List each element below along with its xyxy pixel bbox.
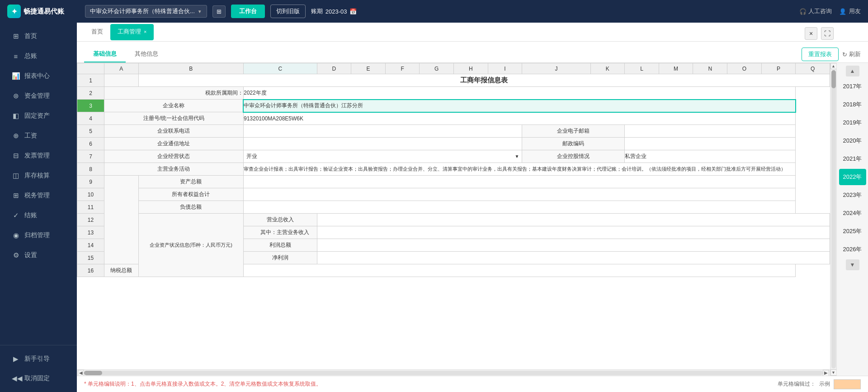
scroll-up-arrow[interactable]: ▲ xyxy=(830,63,837,69)
scroll-left-arrow[interactable]: ◀ xyxy=(78,370,84,376)
year-item-2025[interactable]: 2025年 xyxy=(839,223,866,239)
cell-12b[interactable]: 营业总收入 xyxy=(243,214,317,226)
sidebar-pin-button[interactable]: ◀◀ 取消固定 xyxy=(3,369,74,388)
cell-5j[interactable]: 企业电子邮箱 xyxy=(522,125,625,138)
sidebar-item-capital[interactable]: ⊛ 资金管理 xyxy=(3,86,74,105)
cell-3c[interactable]: 中审众环会计师事务所（特殊普通合伙）江苏分所 xyxy=(243,100,795,112)
sidebar-item-archive[interactable]: ◉ 归档管理 xyxy=(3,226,74,245)
refresh-button[interactable]: ↻ 刷新 xyxy=(842,50,861,58)
cell-6c[interactable] xyxy=(243,138,522,150)
cell-4a[interactable]: 注册号/统一社会信用代码 xyxy=(104,112,244,125)
cell-6a[interactable]: 企业通信地址 xyxy=(104,138,244,150)
table-scroll[interactable]: A B C D E F G H I J xyxy=(77,63,830,369)
year-item-2022[interactable]: 2022年 xyxy=(839,169,866,185)
sidebar-item-settings[interactable]: ⚙ 设置 xyxy=(3,246,74,265)
cell-4c[interactable]: 91320100MA208E5W6K xyxy=(243,112,795,125)
calendar-icon[interactable]: 📅 xyxy=(349,8,357,15)
panel-down-arrow[interactable]: ▼ xyxy=(846,259,859,270)
cell-9a[interactable] xyxy=(104,176,139,264)
sidebar-item-inventory[interactable]: ◫ 库存核算 xyxy=(3,166,74,185)
cell-5c[interactable] xyxy=(243,125,522,138)
hscroll-thumb[interactable] xyxy=(84,371,102,375)
old-version-button[interactable]: 切到旧版 xyxy=(270,5,306,18)
cell-9b[interactable]: 资产总额 xyxy=(138,176,243,188)
cell-6j[interactable]: 邮政编码 xyxy=(522,138,625,150)
sub-tab-basic[interactable]: 基础信息 xyxy=(84,46,126,62)
tab-home[interactable]: 首页 xyxy=(84,24,110,40)
sub-tab-other[interactable]: 其他信息 xyxy=(126,46,167,62)
sidebar-item-home[interactable]: ⊞ 首页 xyxy=(3,27,74,46)
year-item-2026[interactable]: 2026年 xyxy=(839,241,866,258)
service-button[interactable]: 🎧 人工咨询 xyxy=(799,7,832,15)
sidebar-item-tax[interactable]: ⊞ 税务管理 xyxy=(3,186,74,205)
sidebar-item-new-guide[interactable]: ▶ 新手引导 xyxy=(3,349,74,368)
cell-8a[interactable]: 主营业务活动 xyxy=(104,163,244,176)
cell-11b[interactable]: 负债总额 xyxy=(138,201,243,214)
cell-7j[interactable]: 企业控股情况 xyxy=(522,150,625,163)
company-settings-button[interactable]: ⊞ xyxy=(212,5,226,18)
cell-14c[interactable] xyxy=(317,239,830,252)
settings-icon: ⚙ xyxy=(12,251,20,259)
year-item-2021[interactable]: 2021年 xyxy=(839,151,866,167)
tab-close-icon[interactable]: × xyxy=(144,29,146,34)
cell-7l[interactable]: 私营企业 xyxy=(625,150,796,163)
cell-13c[interactable] xyxy=(317,226,830,239)
sidebar-item-invoice-label: 发票管理 xyxy=(24,152,50,160)
enterprise-status-dropdown[interactable]: 开业 ▼ xyxy=(244,151,522,162)
sidebar-item-fixed-assets[interactable]: ◧ 固定资产 xyxy=(3,106,74,125)
year-item-2018[interactable]: 2018年 xyxy=(839,96,866,113)
row-num-3: 3 xyxy=(77,100,104,112)
vertical-scrollbar[interactable]: ▲ ▼ xyxy=(830,63,836,376)
cell-10c[interactable] xyxy=(243,188,795,201)
cell-15c[interactable] xyxy=(317,252,830,264)
cell-10b[interactable]: 所有者权益合计 xyxy=(138,188,243,201)
user-area[interactable]: 👤 用友 xyxy=(839,7,861,15)
logo-area: ✦ 畅捷通易代账 xyxy=(7,5,80,18)
panel-up-arrow[interactable]: ▲ xyxy=(846,66,859,76)
sidebar-item-report-center[interactable]: 📊 报表中心 xyxy=(3,67,74,86)
col-header-a: A xyxy=(104,63,139,74)
cell-12c[interactable] xyxy=(317,214,830,226)
cell-1-title[interactable]: 工商年报信息表 xyxy=(138,74,830,87)
horizontal-scrollbar[interactable]: ◀ ▶ xyxy=(77,369,830,376)
workbench-button[interactable]: 工作台 xyxy=(231,5,265,18)
cell-7c[interactable]: 开业 ▼ xyxy=(243,150,522,163)
cell-13b[interactable]: 其中：主营业务收入 xyxy=(243,226,317,239)
sidebar-item-general-ledger[interactable]: ≡ 总账 xyxy=(3,47,74,66)
scroll-down-arrow[interactable]: ▼ xyxy=(830,369,837,376)
year-item-2024[interactable]: 2024年 xyxy=(839,205,866,221)
sidebar-item-closing[interactable]: ✓ 结账 xyxy=(3,206,74,225)
cell-8c[interactable]: 审查企业会计报表；出具审计报告；验证企业资本；出具验资报告；办理企业合并、分立、… xyxy=(243,163,795,176)
sidebar-item-payroll[interactable]: ⊕ 工资 xyxy=(3,126,74,145)
cell-11c[interactable] xyxy=(243,201,795,214)
cell-5l[interactable] xyxy=(625,125,796,138)
cell-14b[interactable]: 利润总额 xyxy=(243,239,317,252)
cell-3a[interactable]: 企业名称 xyxy=(104,100,244,112)
cell-9c[interactable] xyxy=(243,176,795,188)
sidebar-bottom: ▶ 新手引导 ◀◀ 取消固定 xyxy=(0,345,77,392)
sidebar-item-invoice[interactable]: ⊟ 发票管理 xyxy=(3,146,74,165)
row-num-4: 4 xyxy=(77,112,104,125)
cell-16b[interactable]: 纳税总额 xyxy=(104,264,139,277)
year-item-2020[interactable]: 2020年 xyxy=(839,133,866,149)
cell-7a[interactable]: 企业经营状态 xyxy=(104,150,244,163)
cell-6l[interactable] xyxy=(625,138,796,150)
year-item-2017[interactable]: 2017年 xyxy=(839,78,866,95)
cell-2a[interactable]: 税款所属期间： xyxy=(104,87,244,100)
hscroll-track[interactable] xyxy=(84,371,823,375)
vscroll-thumb[interactable] xyxy=(831,70,836,88)
cell-12ab[interactable]: 企业资产状况信息(币种：人民币万元) xyxy=(138,214,243,277)
scroll-right-arrow[interactable]: ▶ xyxy=(823,370,829,376)
tab-industry[interactable]: 工商管理 × xyxy=(110,24,154,40)
year-item-2019[interactable]: 2019年 xyxy=(839,115,866,131)
vscroll-track[interactable] xyxy=(831,70,836,368)
company-selector[interactable]: 中审众环会计师事务所（特殊普通合伙... ▼ xyxy=(85,5,207,18)
cell-2c[interactable]: 2022年度 xyxy=(243,87,795,100)
year-item-2023[interactable]: 2023年 xyxy=(839,187,866,203)
col-header-b: B xyxy=(138,63,243,74)
reset-report-button[interactable]: 重置报表 xyxy=(802,48,839,61)
cell-5a[interactable]: 企业联系电话 xyxy=(104,125,244,138)
cell-15b[interactable]: 净利润 xyxy=(243,252,317,264)
cell-16c[interactable] xyxy=(243,264,795,277)
cell-1a[interactable] xyxy=(104,74,139,87)
